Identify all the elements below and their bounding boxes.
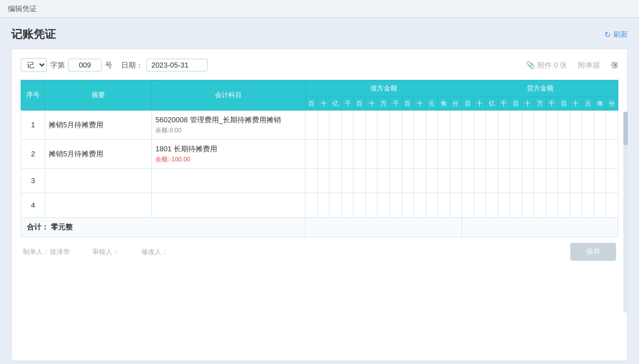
debit-cell-r3-3[interactable] [341,169,354,193]
row-account-4[interactable] [152,193,306,218]
table-row[interactable]: 2摊销5月待摊费用1801 长期待摊费用余额:-100.00 [21,140,618,169]
credit-cell-r4-8[interactable] [558,193,570,218]
debit-cell-r1-7[interactable] [389,111,402,140]
credit-cell-r2-11[interactable] [594,140,606,169]
row-summary-1[interactable]: 摊销5月待摊费用 [45,111,152,140]
credit-cell-r1-12[interactable] [606,111,618,140]
credit-cell-r3-2[interactable] [486,169,498,193]
row-account-2[interactable]: 1801 长期待摊费用余额:-100.00 [152,140,306,169]
credit-cell-r2-7[interactable] [546,140,558,169]
debit-cell-r2-6[interactable] [378,140,390,169]
debit-cell-r1-4[interactable] [354,111,366,140]
table-row[interactable]: 4 [21,193,618,218]
credit-cell-r2-2[interactable] [486,140,498,169]
credit-cell-r4-4[interactable] [510,193,522,218]
debit-cell-r4-7[interactable] [389,193,402,218]
debit-cell-r1-6[interactable] [378,111,390,140]
credit-cell-r4-11[interactable] [594,193,606,218]
debit-cell-r3-11[interactable] [438,169,450,193]
credit-cell-r3-1[interactable] [474,169,486,193]
debit-cell-r1-8[interactable] [402,111,414,140]
credit-cell-r3-12[interactable] [606,169,618,193]
credit-cell-r3-3[interactable] [498,169,510,193]
credit-cell-r4-3[interactable] [498,193,510,218]
row-account-1[interactable]: 56020008 管理费用_长期待摊费用摊销余额:0.00 [152,111,306,140]
debit-cell-r4-3[interactable] [341,193,354,218]
table-row[interactable]: 3 [21,169,618,193]
credit-cell-r2-8[interactable] [558,140,570,169]
debit-cell-r3-10[interactable] [426,169,438,193]
debit-cell-r2-0[interactable] [306,140,318,169]
debit-cell-r2-7[interactable] [389,140,402,169]
credit-cell-r3-4[interactable] [510,169,522,193]
credit-cell-r2-6[interactable] [534,140,546,169]
credit-cell-r3-9[interactable] [570,169,582,193]
credit-cell-r1-0[interactable] [462,111,474,140]
debit-cell-r1-9[interactable] [414,111,426,140]
debit-cell-r1-11[interactable] [438,111,450,140]
credit-cell-r1-11[interactable] [594,111,606,140]
credit-cell-r1-3[interactable] [498,111,510,140]
debit-cell-r3-6[interactable] [378,169,390,193]
debit-cell-r3-0[interactable] [306,169,318,193]
credit-cell-r2-10[interactable] [582,140,594,169]
debit-cell-r1-2[interactable] [330,111,342,140]
credit-cell-r1-10[interactable] [582,111,594,140]
credit-cell-r2-5[interactable] [522,140,534,169]
save-button[interactable]: 保存 [570,243,616,261]
credit-cell-r4-0[interactable] [462,193,474,218]
debit-cell-r2-10[interactable] [426,140,438,169]
credit-cell-r3-6[interactable] [534,169,546,193]
debit-cell-r4-4[interactable] [354,193,366,218]
credit-cell-r2-0[interactable] [462,140,474,169]
debit-cell-r4-12[interactable] [450,193,462,218]
debit-cell-r4-10[interactable] [426,193,438,218]
credit-cell-r4-5[interactable] [522,193,534,218]
debit-cell-r3-8[interactable] [402,169,414,193]
attachment-link[interactable]: 附单据 [578,60,600,70]
credit-cell-r4-2[interactable] [486,193,498,218]
credit-cell-r4-6[interactable] [534,193,546,218]
credit-cell-r1-7[interactable] [546,111,558,140]
row-summary-2[interactable]: 摊销5月待摊费用 [45,140,152,169]
debit-cell-r2-3[interactable] [341,140,354,169]
table-row[interactable]: 1摊销5月待摊费用56020008 管理费用_长期待摊费用摊销余额:0.00 [21,111,618,140]
debit-cell-r1-5[interactable] [365,111,378,140]
debit-cell-r2-9[interactable] [414,140,426,169]
debit-cell-r4-8[interactable] [402,193,414,218]
debit-cell-r3-7[interactable] [389,169,402,193]
voucher-type-select[interactable]: 记 收 付 转 [21,58,47,72]
debit-cell-r4-9[interactable] [414,193,426,218]
credit-cell-r1-1[interactable] [474,111,486,140]
credit-cell-r3-8[interactable] [558,169,570,193]
debit-cell-r4-6[interactable] [378,193,390,218]
credit-cell-r1-8[interactable] [558,111,570,140]
debit-cell-r2-11[interactable] [438,140,450,169]
credit-cell-r3-7[interactable] [546,169,558,193]
debit-cell-r1-10[interactable] [426,111,438,140]
refresh-button[interactable]: ↻ 刷新 [604,30,628,40]
debit-cell-r1-12[interactable] [450,111,462,140]
credit-cell-r1-6[interactable] [534,111,546,140]
debit-cell-r2-4[interactable] [354,140,366,169]
credit-cell-r1-4[interactable] [510,111,522,140]
debit-cell-r3-5[interactable] [365,169,378,193]
scrollbar-thumb[interactable] [623,112,628,145]
credit-cell-r4-1[interactable] [474,193,486,218]
credit-cell-r3-0[interactable] [462,169,474,193]
debit-cell-r2-5[interactable] [365,140,378,169]
credit-cell-r4-7[interactable] [546,193,558,218]
debit-cell-r4-2[interactable] [330,193,342,218]
debit-cell-r2-2[interactable] [330,140,342,169]
credit-cell-r3-5[interactable] [522,169,534,193]
debit-cell-r3-9[interactable] [414,169,426,193]
credit-cell-r1-2[interactable] [486,111,498,140]
debit-cell-r2-12[interactable] [450,140,462,169]
credit-cell-r3-11[interactable] [594,169,606,193]
debit-cell-r4-0[interactable] [306,193,318,218]
debit-cell-r4-11[interactable] [438,193,450,218]
debit-cell-r3-4[interactable] [354,169,366,193]
credit-cell-r2-1[interactable] [474,140,486,169]
credit-cell-r4-10[interactable] [582,193,594,218]
row-summary-3[interactable] [45,169,152,193]
